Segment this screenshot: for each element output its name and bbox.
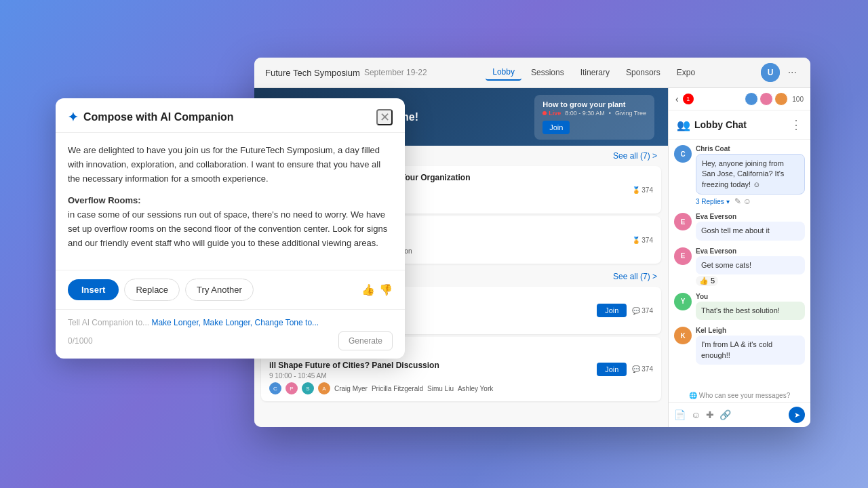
chat-group-icon: 👥	[677, 119, 690, 131]
message-avatar: E	[674, 247, 692, 265]
chat-toolbar: 📄 ☺ ✚ 🔗 ➤	[669, 402, 810, 427]
message-avatar: C	[674, 145, 692, 163]
user-avatar[interactable]: U	[761, 63, 780, 82]
reaction-thumbsup: 👍 5	[696, 276, 718, 286]
attach-icon[interactable]: 📄	[674, 409, 686, 420]
chat-message: E Eva Everson Gosh tell me about it	[674, 213, 805, 240]
emoji-icon[interactable]: ☺	[691, 409, 701, 420]
ai-dialog-actions: Insert Replace Try Another 👍 👎	[56, 270, 405, 309]
overflow-rooms-title: Overflow Rooms:	[68, 195, 141, 205]
message-bubble: Get some cats!	[696, 256, 805, 274]
link-icon[interactable]: 🔗	[719, 409, 731, 420]
message-bubble: That's the best solution!	[696, 302, 805, 320]
ai-dialog-body: We are delighted to have you join us for…	[56, 133, 405, 270]
chat-participant-avatar	[745, 92, 758, 106]
nav-expo[interactable]: Expo	[670, 65, 702, 80]
message-avatar: E	[674, 213, 692, 230]
message-bubble: Gosh tell me about it	[696, 222, 805, 240]
message-sender: Kel Leigh	[696, 327, 805, 334]
see-all-link[interactable]: See all (7) >	[613, 151, 657, 161]
session-join-now-button[interactable]: Join	[597, 363, 627, 376]
ai-dialog-header: ✦ Compose with AI Companion ✕	[56, 98, 405, 133]
live-dot	[542, 111, 547, 115]
nav-itinerary[interactable]: Itinerary	[574, 65, 616, 80]
app-title: Future Tech Symposium September 19-22	[265, 68, 427, 78]
make-longer-link-2[interactable]: Make Longer,	[203, 318, 252, 327]
message-sender: Chris Coat	[696, 145, 805, 152]
message-sender: Eva Everson	[696, 213, 805, 220]
message-reactions: 👍 5	[696, 276, 805, 286]
chat-top-bar: ‹ 1 100	[669, 88, 810, 110]
replies-link[interactable]: 3 Replies ▾ ✎ ☺	[696, 197, 805, 206]
session-join-button[interactable]: Join	[597, 304, 627, 317]
nav-sponsors[interactable]: Sponsors	[619, 65, 667, 80]
message-sender: Eva Everson	[696, 247, 805, 255]
chat-more-icon[interactable]: ⋮	[790, 117, 802, 132]
chat-participant-avatar	[774, 92, 788, 106]
chat-avatars	[745, 92, 788, 106]
speaker-avatar: C	[269, 382, 281, 394]
live-badge: Live	[542, 110, 561, 117]
who-can-see: 🌐 Who can see your messages?	[669, 389, 810, 402]
replace-button[interactable]: Replace	[124, 279, 180, 301]
generate-button[interactable]: Generate	[338, 331, 393, 350]
message-bubble: I'm from LA & it's cold enough!!	[696, 336, 805, 365]
message-avatar: K	[674, 327, 692, 344]
chat-messages: C Chris Coat Hey, anyone joining from Sa…	[669, 140, 810, 389]
ai-prompt-area: Tell AI Companion to... Make Longer, Mak…	[56, 309, 405, 359]
message-avatar: Y	[674, 293, 692, 310]
prompt-hint: Tell AI Companion to... Make Longer, Mak…	[68, 318, 393, 327]
notification-badge: 1	[683, 94, 694, 104]
send-button[interactable]: ➤	[789, 407, 805, 423]
chat-panel: ‹ 1 100 👥 Lobby Chat ⋮	[668, 88, 810, 427]
emoji-reaction-icon: ☺	[743, 197, 751, 206]
nav-sessions[interactable]: Sessions	[524, 65, 571, 80]
hero-join-button[interactable]: Join	[542, 121, 570, 134]
see-all-link-2[interactable]: See all (7) >	[613, 272, 657, 281]
try-another-button[interactable]: Try Another	[185, 279, 254, 301]
browser-header: Future Tech Symposium September 19-22 Lo…	[254, 58, 810, 88]
change-tone-link[interactable]: Change Tone to...	[255, 318, 319, 327]
chat-title: Lobby Chat	[694, 119, 747, 130]
chat-header: 👥 Lobby Chat ⋮	[669, 110, 810, 140]
add-icon[interactable]: ✚	[706, 409, 714, 420]
make-longer-link-1[interactable]: Make Longer,	[151, 318, 201, 327]
back-icon[interactable]: ‹	[675, 94, 679, 104]
ai-dialog-title: ✦ Compose with AI Companion	[68, 110, 234, 125]
insert-button[interactable]: Insert	[68, 279, 119, 300]
close-dialog-button[interactable]: ✕	[376, 109, 393, 125]
thumbs-up-icon[interactable]: 👍	[361, 283, 375, 296]
chat-message: K Kel Leigh I'm from LA & it's cold enou…	[674, 327, 805, 365]
message-bubble: Hey, anyone joining from San Jose, Calif…	[696, 154, 805, 195]
chat-participant-avatar	[760, 92, 773, 106]
speaker-avatar: A	[318, 382, 330, 394]
ai-companion-icon: ✦	[68, 110, 78, 125]
nav-lobby[interactable]: Lobby	[486, 64, 521, 81]
chat-message: C Chris Coat Hey, anyone joining from Sa…	[674, 145, 805, 206]
nav-bar: Lobby Sessions Itinerary Sponsors Expo	[486, 64, 702, 81]
more-menu-icon[interactable]: ···	[785, 66, 800, 79]
ai-dialog: ✦ Compose with AI Companion ✕ We are del…	[56, 98, 405, 359]
edit-icon: ✎	[734, 197, 741, 206]
prompt-counter: 0/1000	[68, 336, 93, 346]
speaker-avatar: S	[302, 382, 314, 394]
message-sender: You	[696, 293, 805, 300]
hero-card: How to grow your plant Live 8:00 - 9:30 …	[534, 95, 654, 140]
globe-icon: 🌐	[689, 392, 697, 399]
ai-generated-text: We are delighted to have you join us for…	[68, 144, 393, 251]
chat-message: E Eva Everson Get some cats! 👍 5	[674, 247, 805, 286]
svg-text:U: U	[767, 68, 773, 77]
thumbs-down-icon[interactable]: 👎	[379, 283, 393, 296]
chat-message-self: Y You That's the best solution!	[674, 293, 805, 320]
speaker-avatar: P	[285, 382, 298, 394]
